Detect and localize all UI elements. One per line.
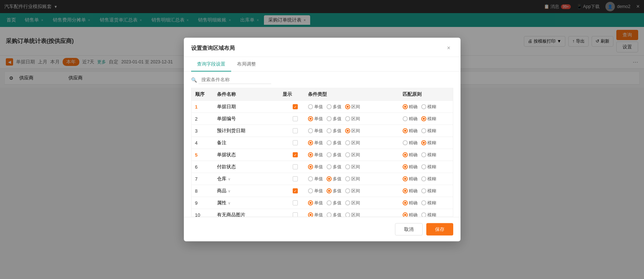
modal-tab-layout[interactable]: 布局调整 <box>231 57 262 72</box>
modal-tab-query-fields[interactable]: 查询字段设置 <box>191 57 231 72</box>
search-icon: 🔍 <box>191 77 197 82</box>
modal-close-button[interactable]: × <box>445 44 453 52</box>
modal-title: 设置查询区域布局 <box>191 44 235 51</box>
modal-table-header: 顺序 条件名称 显示 条件类型 匹配原则 <box>191 88 453 88</box>
modal-table-container: 顺序 条件名称 显示 条件类型 匹配原则 1 单据日期 单值 <box>184 88 461 88</box>
modal-header: 设置查询区域布局 × <box>184 38 461 57</box>
modal-tabs: 查询字段设置 布局调整 <box>184 57 461 72</box>
modal-query-settings: 设置查询区域布局 × 查询字段设置 布局调整 🔍 顺序 条件名称 显示 条件类型… <box>184 38 461 88</box>
modal-search-area: 🔍 <box>184 72 461 88</box>
search-input[interactable] <box>198 75 271 84</box>
